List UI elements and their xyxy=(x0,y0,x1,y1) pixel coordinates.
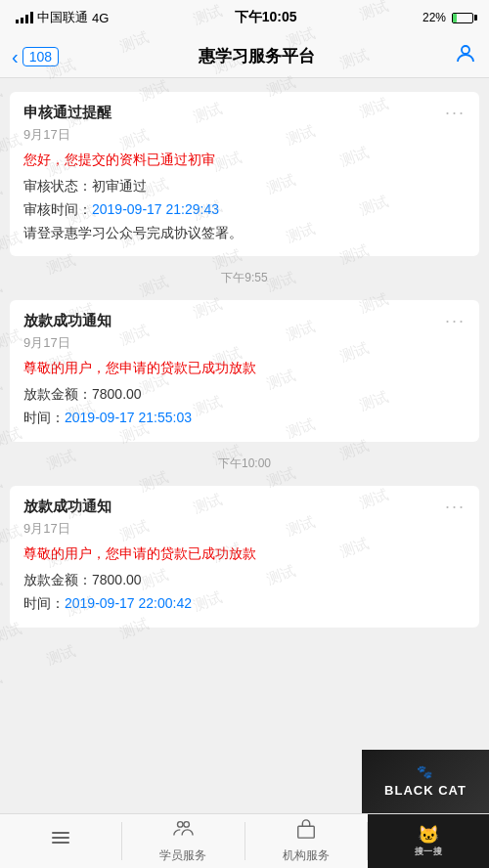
time-separator-2: 下午10:00 xyxy=(0,448,489,480)
card-header: 申核通过提醒 ··· xyxy=(23,104,466,122)
page-title: 惠学习服务平台 xyxy=(199,45,315,67)
svg-point-0 xyxy=(462,46,469,54)
svg-point-4 xyxy=(178,822,184,828)
message-card-1: 申核通过提醒 ··· 9月17日 您好，您提交的资料已通过初审 审核状态：初审通… xyxy=(10,92,479,256)
svg-rect-3 xyxy=(52,842,69,844)
org-icon xyxy=(295,818,317,846)
card-more-icon[interactable]: ··· xyxy=(445,498,466,515)
message-list: 测试测试测试测试测试测试 测试测试测试测试测试测试 测试测试测试测试测试测试 测… xyxy=(0,78,489,813)
card-title: 放款成功通知 xyxy=(23,312,111,330)
svg-rect-6 xyxy=(297,826,314,838)
back-button[interactable]: ‹ 108 xyxy=(12,47,59,66)
back-chevron-icon: ‹ xyxy=(12,47,19,66)
card-line: 时间：2019-09-17 21:55:03 xyxy=(23,407,466,430)
black-cat-watermark: 🐾 BLACK CAT xyxy=(362,750,489,813)
tab-search[interactable]: 🐱 搜一搜 xyxy=(368,814,489,868)
card-body: 放款金额：7800.00 时间：2019-09-17 21:55:03 xyxy=(23,383,466,430)
card-line: 放款金额：7800.00 xyxy=(23,569,466,592)
card-more-icon[interactable]: ··· xyxy=(445,104,466,121)
svg-rect-2 xyxy=(52,837,69,839)
time-label: 下午10:05 xyxy=(235,9,297,26)
card-date: 9月17日 xyxy=(23,334,466,352)
search-cat-icon: 🐱 搜一搜 xyxy=(415,824,443,858)
card-more-icon[interactable]: ··· xyxy=(445,312,466,329)
card-title: 申核通过提醒 xyxy=(23,104,111,122)
battery-percent: 22% xyxy=(422,11,446,24)
card-line: 时间：2019-09-17 22:00:42 xyxy=(23,592,466,616)
card-highlight: 您好，您提交的资料已通过初审 xyxy=(23,152,466,169)
card-header: 放款成功通知 ··· xyxy=(23,312,466,330)
network-label: 4G xyxy=(92,11,109,25)
card-line: 放款金额：7800.00 xyxy=(23,383,466,407)
card-highlight: 尊敬的用户，您申请的贷款已成功放款 xyxy=(23,360,466,377)
tab-student-label: 学员服务 xyxy=(159,847,206,864)
svg-rect-1 xyxy=(52,832,69,834)
carrier-label: 中国联通 xyxy=(37,9,88,26)
message-card-3: 放款成功通知 ··· 9月17日 尊敬的用户，您申请的贷款已成功放款 放款金额：… xyxy=(10,486,479,628)
tab-student-service[interactable]: 学员服务 xyxy=(122,814,244,868)
tab-org-service[interactable]: 机构服务 xyxy=(245,814,367,868)
nav-bar: ‹ 108 惠学习服务平台 xyxy=(0,35,489,78)
status-bar: 中国联通 4G 下午10:05 22% xyxy=(0,0,489,35)
student-icon xyxy=(172,818,194,846)
battery-icon xyxy=(452,13,473,23)
time-separator-1: 下午9:55 xyxy=(0,262,489,294)
card-line: 审核时间：2019-09-17 21:29:43 xyxy=(23,198,466,222)
back-badge: 108 xyxy=(22,47,59,66)
user-icon[interactable] xyxy=(454,42,477,70)
card-line: 请登录惠学习公众号完成协议签署。 xyxy=(23,222,466,245)
tab-menu[interactable] xyxy=(0,814,121,868)
card-date: 9月17日 xyxy=(23,520,466,538)
card-body: 审核状态：初审通过 审核时间：2019-09-17 21:29:43 请登录惠学… xyxy=(23,175,466,244)
signal-icon xyxy=(16,12,33,23)
battery-info: 22% xyxy=(422,11,473,24)
svg-point-5 xyxy=(184,822,190,828)
carrier-info: 中国联通 4G xyxy=(16,9,109,26)
card-date: 9月17日 xyxy=(23,126,466,144)
tab-org-label: 机构服务 xyxy=(283,847,330,864)
card-highlight: 尊敬的用户，您申请的贷款已成功放款 xyxy=(23,545,466,563)
tab-bar: 学员服务 机构服务 🐱 搜一搜 xyxy=(0,813,489,868)
card-line: 审核状态：初审通过 xyxy=(23,175,466,198)
card-body: 放款金额：7800.00 时间：2019-09-17 22:00:42 xyxy=(23,569,466,616)
card-header: 放款成功通知 ··· xyxy=(23,498,466,516)
black-cat-text: 🐾 BLACK CAT xyxy=(384,763,467,799)
menu-icon xyxy=(48,825,73,856)
card-title: 放款成功通知 xyxy=(23,498,111,516)
message-card-2: 放款成功通知 ··· 9月17日 尊敬的用户，您申请的贷款已成功放款 放款金额：… xyxy=(10,300,479,442)
